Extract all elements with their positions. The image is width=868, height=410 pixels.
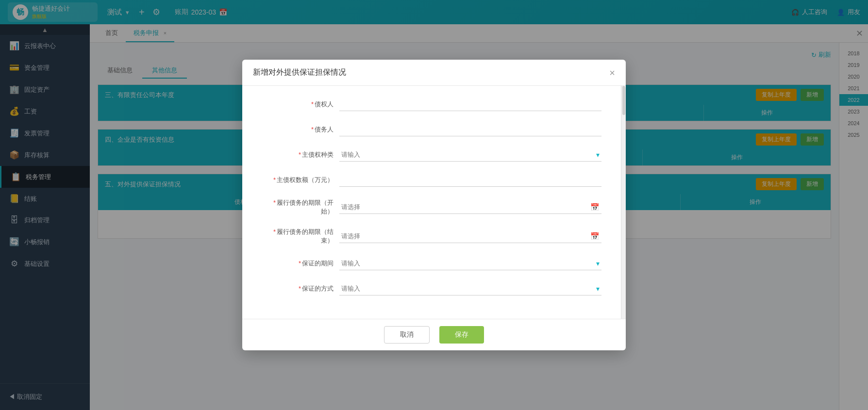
chevron-down-icon2[interactable]: ▾ <box>596 260 600 267</box>
cancel-button[interactable]: 取消 <box>384 326 430 344</box>
modal-body: *债权人 *债务人 *主债权种类 <box>242 86 621 319</box>
label-debt-type: *主债权种类 <box>262 150 339 159</box>
modal-overlay: 新增对外提供保证担保情况 × *债权人 *债务人 <box>0 0 868 410</box>
form-row-creditor: *债权人 <box>262 98 601 111</box>
form-row-guarantee-period: *保证的期间 ▾ <box>262 257 601 270</box>
input-period-start[interactable] <box>339 200 590 213</box>
label-period-start: *履行债务的期限（开始） <box>262 198 339 216</box>
label-creditor: *债权人 <box>262 100 339 109</box>
calendar-end-icon[interactable]: 📅 <box>590 232 600 241</box>
form-row-period-start: *履行债务的期限（开始） 📅 <box>262 198 601 216</box>
select-guarantee-period: ▾ <box>339 257 601 270</box>
form-row-debt-amount: *主债权数额（万元） <box>262 173 601 187</box>
input-debtor[interactable] <box>339 123 601 136</box>
input-debt-type[interactable] <box>339 148 596 161</box>
label-guarantee-method: *保证的方式 <box>262 284 339 293</box>
form-row-guarantee-method: *保证的方式 ▾ <box>262 282 601 295</box>
label-debt-amount: *主债权数额（万元） <box>262 176 339 184</box>
input-guarantee-period[interactable] <box>339 257 596 270</box>
modal-title: 新增对外提供保证担保情况 <box>253 67 346 78</box>
date-period-start: 📅 <box>339 200 601 214</box>
label-period-end: *履行债务的期限（结束） <box>262 228 339 245</box>
modal-footer: 取消 保存 <box>242 319 626 350</box>
modal-close-btn[interactable]: × <box>609 68 615 78</box>
modal-header: 新增对外提供保证担保情况 × <box>242 60 626 86</box>
save-button[interactable]: 保存 <box>439 326 484 344</box>
input-period-end[interactable] <box>339 230 590 243</box>
label-guarantee-period: *保证的期间 <box>262 259 339 268</box>
chevron-down-icon[interactable]: ▾ <box>596 151 600 159</box>
select-debt-type: ▾ <box>339 148 601 162</box>
modal-scroll-thumb <box>622 86 625 115</box>
input-guarantee-method[interactable] <box>339 282 596 295</box>
date-period-end: 📅 <box>339 230 601 243</box>
form-row-debt-type: *主债权种类 ▾ <box>262 148 601 162</box>
modal-scroll-track[interactable] <box>621 86 626 319</box>
input-creditor[interactable] <box>339 98 601 111</box>
label-debtor: *债务人 <box>262 125 339 134</box>
chevron-down-icon3[interactable]: ▾ <box>596 285 600 293</box>
select-guarantee-method: ▾ <box>339 282 601 295</box>
modal-dialog: 新增对外提供保证担保情况 × *债权人 *债务人 <box>242 60 626 350</box>
form-row-period-end: *履行债务的期限（结束） 📅 <box>262 228 601 245</box>
input-debt-amount[interactable] <box>339 173 601 187</box>
form-row-debtor: *债务人 <box>262 123 601 136</box>
calendar-start-icon[interactable]: 📅 <box>590 203 600 212</box>
